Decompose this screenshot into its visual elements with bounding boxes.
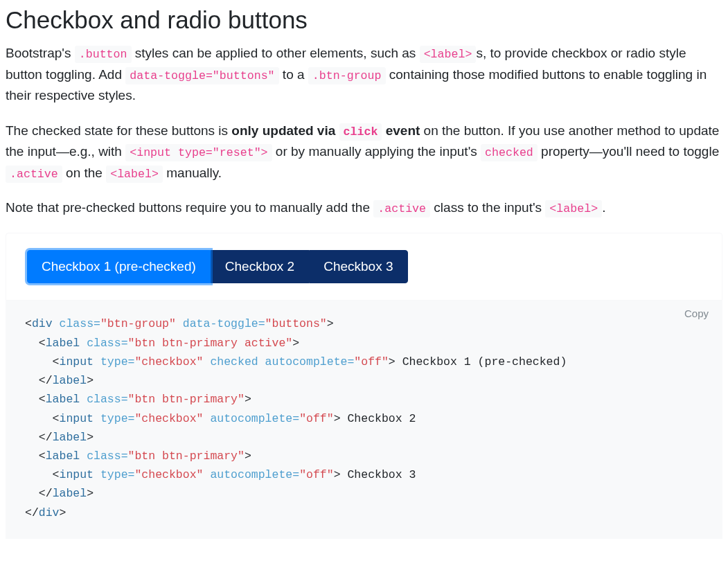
button-group: Checkbox 1 (pre-checked) Checkbox 2 Chec…: [27, 250, 408, 284]
text: to a: [279, 67, 308, 82]
code-input-reset: <input type="reset">: [125, 144, 272, 161]
paragraph-2: The checked state for these buttons is o…: [6, 121, 722, 184]
checkbox-label-1: Checkbox 1 (pre-checked): [42, 259, 196, 274]
paragraph-1: Bootstrap's .button styles can be applie…: [6, 43, 722, 107]
code-button: .button: [75, 46, 132, 63]
text: styles can be applied to other elements,…: [132, 46, 420, 60]
code-btn-group: .btn-group: [308, 67, 386, 84]
text: or by manually applying the input's: [272, 144, 481, 159]
text: on the: [62, 166, 106, 180]
checkbox-button-1[interactable]: Checkbox 1 (pre-checked): [27, 250, 211, 284]
code-active: .active: [373, 200, 430, 217]
example-container: Checkbox 1 (pre-checked) Checkbox 2 Chec…: [6, 233, 722, 301]
text: property—you'll need to toggle: [538, 144, 719, 159]
bold-text: only updated via click event: [231, 123, 420, 138]
text: Bootstrap's: [6, 46, 75, 60]
text: The checked state for these buttons is: [6, 123, 231, 138]
code-label-tag: <label>: [420, 46, 477, 63]
checkbox-label-2: Checkbox 2: [225, 259, 294, 274]
code-active: .active: [6, 166, 62, 183]
code-block: <div class="btn-group" data-toggle="butt…: [25, 314, 703, 522]
code-data-toggle: data-toggle="buttons": [125, 67, 278, 84]
text: class to the input's: [430, 200, 545, 215]
text: Note that pre-checked buttons require yo…: [6, 200, 373, 215]
code-checked: checked: [481, 144, 538, 161]
section-heading: Checkbox and radio buttons: [6, 6, 722, 35]
checkbox-label-3: Checkbox 3: [323, 259, 393, 274]
code-label-tag: <label>: [106, 166, 163, 183]
text: .: [602, 200, 605, 215]
code-example-container: Copy <div class="btn-group" data-toggle=…: [6, 301, 722, 538]
checkbox-button-2[interactable]: Checkbox 2: [211, 250, 309, 284]
paragraph-3: Note that pre-checked buttons require yo…: [6, 197, 722, 219]
code-label-tag: <label>: [545, 200, 602, 217]
copy-button[interactable]: Copy: [684, 308, 709, 319]
checkbox-button-3[interactable]: Checkbox 3: [309, 250, 407, 284]
text: manually.: [163, 166, 222, 180]
code-click: click: [339, 123, 382, 141]
